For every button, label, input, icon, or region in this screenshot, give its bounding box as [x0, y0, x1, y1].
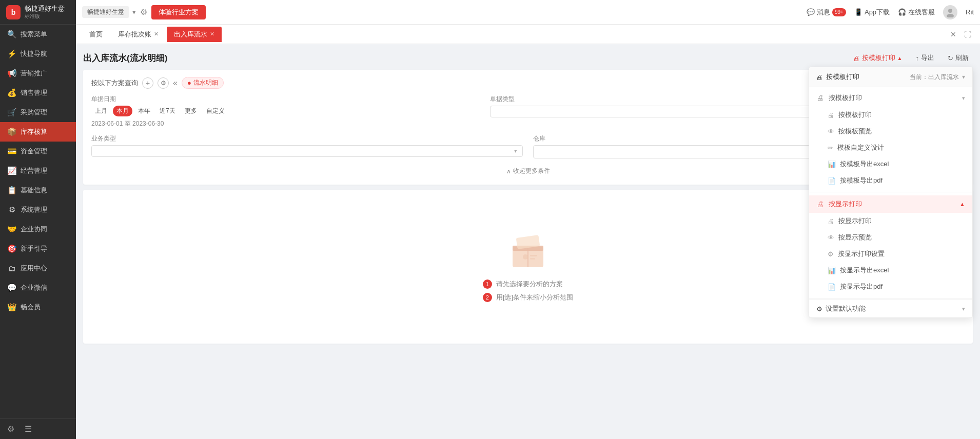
tab-flow-close[interactable]: ✕ — [210, 31, 214, 37]
collapse-conditions-btn[interactable]: ∧ 收起更多条件 — [504, 165, 552, 177]
empty-illustration — [507, 231, 548, 272]
dropdown-print-icon: 🖨 — [816, 73, 823, 81]
topbar-company: 畅捷通好生意 — [82, 6, 129, 18]
sidebar-item-finance[interactable]: 💳 资金管理 — [0, 142, 76, 161]
sidebar-item-basic[interactable]: 📋 基础信息 — [0, 181, 76, 200]
export-btn[interactable]: ↑ 导出 — [912, 51, 939, 65]
date-tab-7days[interactable]: 近7天 — [156, 106, 179, 116]
filter-settings-button[interactable]: ⚙ — [158, 77, 169, 89]
dropdown-arrow-down-icon[interactable]: ▾ — [962, 73, 965, 81]
sidebar-item-apps[interactable]: 🗂 应用中心 — [0, 258, 76, 278]
filter-collapse-button[interactable]: « — [173, 78, 178, 88]
collab-icon: 🤝 — [7, 225, 16, 234]
topbar-gear-icon[interactable]: ⚙ — [140, 7, 147, 17]
sidebar-item-operations[interactable]: 📈 经营管理 — [0, 161, 76, 181]
tab-expand-icon[interactable]: ⛶ — [962, 28, 974, 41]
filter-date-group: 单据日期 上月 本月 本年 近7天 更多 自定义 2023-06-01 至 20… — [91, 95, 480, 128]
date-tab-custom[interactable]: 自定义 — [203, 106, 228, 116]
sidebar-item-guide[interactable]: 🎯 新手引导 — [0, 239, 76, 258]
date-tab-last-month[interactable]: 上月 — [91, 106, 111, 116]
app-brand: 畅捷通好生意 标准版 — [25, 5, 65, 20]
dropdown-item-display-settings[interactable]: ⚙ 按显示打印设置 — [809, 246, 972, 262]
dropdown-footer-arrow-icon: ▾ — [962, 306, 965, 312]
industry-button[interactable]: 体验行业方案 — [151, 5, 206, 19]
date-tab-this-month[interactable]: 本月 — [113, 106, 132, 116]
dropdown-item-display-pdf[interactable]: 📄 按显示导出pdf — [809, 278, 972, 295]
inventory-icon: 📦 — [7, 127, 16, 136]
sidebar-item-collab[interactable]: 🤝 企业协同 — [0, 220, 76, 239]
topbar-brand: 畅捷通好生意 ▾ — [82, 6, 136, 18]
tab-controls: ✕ ⛶ — [947, 28, 974, 41]
item-display-excel-icon: 📊 — [828, 267, 836, 274]
page-content: 出入库流水(流水明细) 🖨 按模板打印 ▲ ↑ 导出 ↻ 刷新 — [76, 44, 980, 439]
tabs-bar: 首页 库存批次账 ✕ 出入库流水 ✕ ✕ ⛶ — [76, 25, 980, 44]
dropdown-item-template-preview[interactable]: 👁 按模板预览 — [809, 123, 972, 139]
dropdown-header: 🖨 按模板打印 当前：出入库流水 ▾ — [809, 67, 972, 87]
finance-icon: 💳 — [7, 147, 16, 156]
sidebar-item-purchase[interactable]: 🛒 采购管理 — [0, 103, 76, 122]
sidebar-item-member[interactable]: 👑 畅会员 — [0, 297, 76, 317]
topbar-company-dropdown[interactable]: ▾ — [132, 8, 136, 16]
tab-close-all-icon[interactable]: ✕ — [947, 28, 959, 41]
dropdown-display-header[interactable]: 🖨 按显示打印 ▲ — [809, 195, 972, 213]
tab-batch[interactable]: 库存批次账 ✕ — [111, 27, 166, 42]
item-display-print-icon: 🖨 — [828, 217, 834, 225]
refresh-btn[interactable]: ↻ 刷新 — [944, 51, 973, 65]
topbar-service[interactable]: 🎧 在线客服 — [898, 8, 935, 17]
sidebar-item-marketing[interactable]: 📢 营销推广 — [0, 64, 76, 83]
guide-icon: 🎯 — [7, 244, 16, 253]
sidebar-menu-icon[interactable]: ☰ — [25, 424, 32, 434]
topbar-username[interactable]: Rit — [966, 8, 974, 16]
filter-tag[interactable]: ● 流水明细 — [182, 77, 224, 89]
dropdown-item-template-print[interactable]: 🖨 按模板打印 — [809, 107, 972, 123]
filter-biztype-select[interactable]: ▾ — [91, 145, 523, 157]
date-tab-this-year[interactable]: 本年 — [134, 106, 154, 116]
tab-batch-close[interactable]: ✕ — [154, 31, 159, 37]
topbar: 畅捷通好生意 ▾ ⚙ 体验行业方案 💬 消息 99+ 📱 App下载 🎧 在线客… — [76, 0, 980, 25]
display-section-arrow-icon: ▲ — [959, 201, 965, 207]
tab-flow[interactable]: 出入库流水 ✕ — [167, 27, 222, 42]
dropdown-item-template-excel[interactable]: 📊 按模板导出excel — [809, 156, 972, 172]
print-template-btn[interactable]: 🖨 按模板打印 ▲ — [849, 51, 907, 65]
topbar-avatar[interactable] — [943, 5, 957, 19]
sidebar-item-inventory[interactable]: 📦 库存核算 — [0, 122, 76, 142]
page-header: 出入库流水(流水明细) 🖨 按模板打印 ▲ ↑ 导出 ↻ 刷新 — [83, 51, 973, 65]
empty-hint-1: 1 请先选择要分析的方案 — [483, 280, 573, 289]
empty-state: 1 请先选择要分析的方案 2 用[选]条件来缩小分析范围 — [483, 231, 573, 302]
sales-icon: 💰 — [7, 88, 16, 97]
hint-num-2: 2 — [483, 293, 492, 302]
item-custom-icon: ✏ — [828, 144, 833, 152]
sidebar-item-quicknav[interactable]: ⚡ 快捷导航 — [0, 44, 76, 64]
dropdown-title: 🖨 按模板打印 — [816, 72, 859, 82]
filter-add-button[interactable]: + — [142, 77, 153, 89]
svg-rect-8 — [530, 258, 535, 260]
template-section-arrow-icon: ▾ — [962, 95, 965, 102]
dropdown-item-template-custom[interactable]: ✏ 模板自定义设计 — [809, 139, 972, 156]
topbar-message[interactable]: 💬 消息 99+ — [807, 8, 846, 17]
sidebar-bottom: ⚙ ☰ — [0, 418, 76, 439]
sidebar-item-wechat[interactable]: 💬 企业微信 — [0, 278, 76, 297]
filter-date-label: 单据日期 — [91, 95, 480, 104]
sidebar-settings-icon[interactable]: ⚙ — [7, 424, 14, 434]
tab-home[interactable]: 首页 — [82, 27, 110, 42]
sidebar-nav: 🔍 搜索菜单 ⚡ 快捷导航 📢 营销推广 💰 销售管理 🛒 采购管理 📦 库存核… — [0, 25, 76, 418]
topbar-app-download[interactable]: 📱 App下载 — [854, 8, 890, 17]
dropdown-item-display-print[interactable]: 🖨 按显示打印 — [809, 213, 972, 229]
svg-point-6 — [523, 254, 528, 260]
sidebar-item-system[interactable]: ⚙ 系统管理 — [0, 200, 76, 220]
app-logo-icon: b — [6, 5, 21, 19]
dropdown-default-settings[interactable]: ⚙ 设置默认功能 — [816, 304, 866, 313]
dropdown-item-display-excel[interactable]: 📊 按显示导出excel — [809, 262, 972, 278]
dropdown-item-display-preview[interactable]: 👁 按显示预览 — [809, 229, 972, 246]
sidebar-item-search[interactable]: 🔍 搜索菜单 — [0, 25, 76, 44]
date-tab-more[interactable]: 更多 — [181, 106, 201, 116]
dropdown-template-header[interactable]: 🖨 按模板打印 ▾ — [809, 89, 972, 107]
item-display-settings-icon: ⚙ — [828, 250, 834, 258]
dropdown-current-label: 当前：出入库流水 — [910, 73, 959, 82]
sidebar-item-sales[interactable]: 💰 销售管理 — [0, 83, 76, 103]
biztype-dropdown-icon: ▾ — [514, 148, 517, 154]
svg-rect-7 — [530, 255, 537, 256]
dropdown-footer-divider — [809, 298, 972, 298]
dropdown-item-template-pdf[interactable]: 📄 按模板导出pdf — [809, 172, 972, 189]
filter-biztype-label: 业务类型 — [91, 134, 523, 143]
